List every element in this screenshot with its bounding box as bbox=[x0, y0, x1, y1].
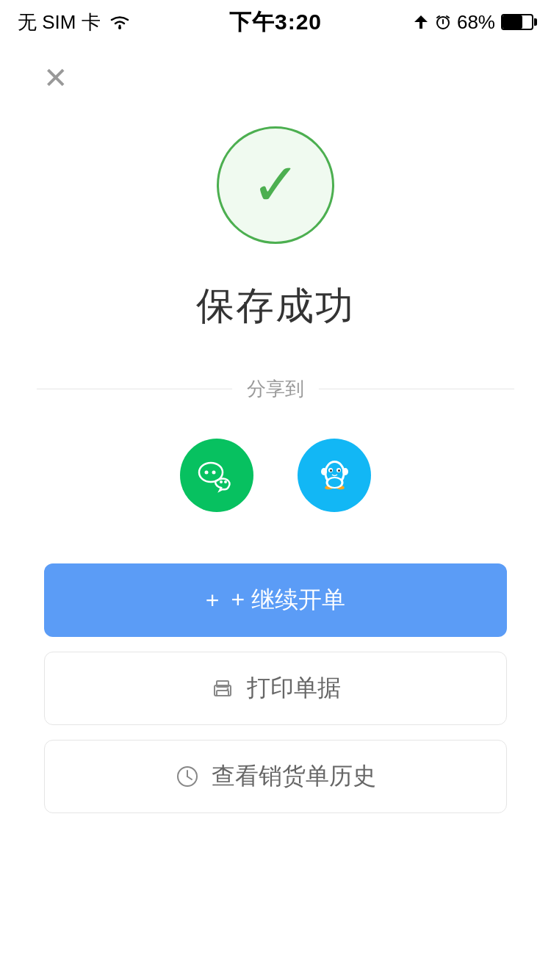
checkmark-icon: ✓ bbox=[251, 156, 300, 215]
success-circle: ✓ bbox=[217, 126, 334, 244]
svg-point-6 bbox=[205, 471, 209, 475]
wifi-icon bbox=[108, 14, 132, 30]
status-bar: 无 SIM 卡 下午3:20 68% bbox=[0, 0, 551, 44]
share-label: 分享到 bbox=[247, 376, 304, 402]
svg-point-21 bbox=[328, 478, 341, 487]
svg-line-4 bbox=[447, 16, 449, 18]
status-left: 无 SIM 卡 bbox=[18, 10, 132, 35]
qq-icon bbox=[314, 455, 355, 496]
battery-icon bbox=[501, 14, 533, 30]
close-icon: ✕ bbox=[43, 63, 68, 93]
history-label: 查看销货单历史 bbox=[212, 760, 376, 793]
print-icon bbox=[210, 676, 235, 701]
svg-point-8 bbox=[220, 480, 223, 483]
share-qq-button[interactable] bbox=[298, 439, 371, 512]
battery-percent: 68% bbox=[457, 11, 495, 34]
svg-line-3 bbox=[437, 16, 439, 18]
main-content: ✕ ✓ 保存成功 分享到 bbox=[0, 44, 551, 813]
svg-point-14 bbox=[330, 469, 332, 472]
buttons-section: + + 继续开单 打印单据 查看销货单历史 bbox=[37, 563, 514, 813]
history-button[interactable]: 查看销货单历史 bbox=[44, 740, 507, 813]
svg-rect-24 bbox=[217, 691, 228, 696]
continue-button[interactable]: + + 继续开单 bbox=[44, 563, 507, 637]
svg-point-7 bbox=[212, 471, 216, 475]
status-right: 68% bbox=[413, 11, 533, 34]
alarm-icon bbox=[435, 14, 451, 30]
divider-right bbox=[319, 389, 514, 389]
svg-point-9 bbox=[224, 480, 227, 483]
clock-icon bbox=[175, 764, 200, 789]
svg-point-16 bbox=[321, 468, 327, 475]
close-button[interactable]: ✕ bbox=[37, 59, 75, 97]
wechat-icon bbox=[195, 453, 239, 497]
print-button[interactable]: 打印单据 bbox=[44, 652, 507, 725]
svg-line-28 bbox=[187, 777, 192, 779]
share-divider: 分享到 bbox=[37, 376, 514, 402]
success-title: 保存成功 bbox=[196, 281, 355, 332]
svg-point-17 bbox=[342, 468, 348, 475]
divider-left bbox=[37, 389, 232, 389]
status-time: 下午3:20 bbox=[229, 7, 322, 37]
svg-point-0 bbox=[118, 26, 121, 29]
print-label: 打印单据 bbox=[247, 672, 341, 705]
svg-point-15 bbox=[338, 469, 340, 472]
continue-label: + 继续开单 bbox=[231, 584, 346, 616]
share-icons bbox=[180, 439, 371, 512]
share-wechat-button[interactable] bbox=[180, 439, 253, 512]
continue-plus-icon: + bbox=[206, 587, 220, 614]
location-icon bbox=[413, 14, 429, 30]
svg-point-25 bbox=[227, 688, 229, 691]
carrier-text: 无 SIM 卡 bbox=[18, 10, 101, 35]
